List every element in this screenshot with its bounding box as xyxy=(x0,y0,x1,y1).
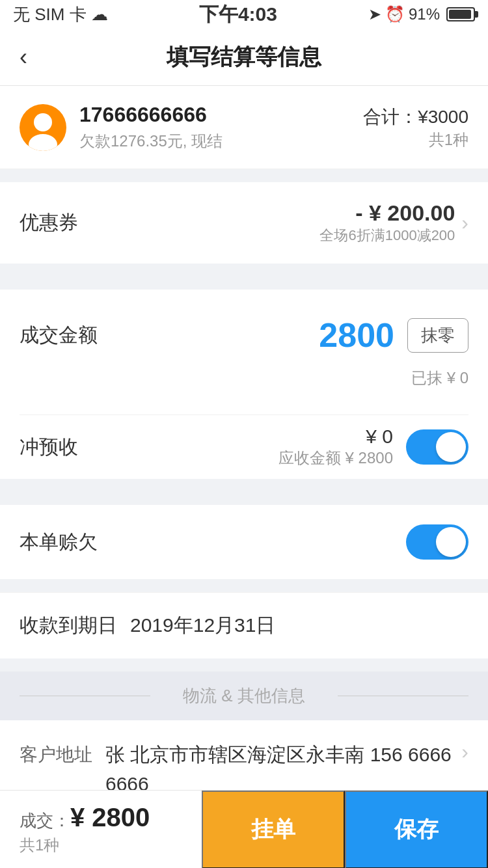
prepay-right: ¥ 0 应收金额 ¥ 2800 xyxy=(278,426,468,468)
customer-info: 17666666666 欠款1276.35元, 现结 xyxy=(79,103,223,152)
total-label-amount: 合计：¥3000 xyxy=(363,105,468,129)
divider-line-left xyxy=(20,696,150,696)
alarm-icon: ⏰ xyxy=(385,5,405,23)
deal-count: 共1种 xyxy=(20,835,182,856)
total-amount: ¥3000 xyxy=(418,107,468,127)
amount-section: 成交金额 2800 抹零 已抹 ¥ 0 xyxy=(0,290,488,401)
total-count: 共1种 xyxy=(363,129,468,150)
amount-value: 2800 xyxy=(319,316,394,355)
save-button[interactable]: 保存 xyxy=(345,791,488,869)
due-date-label: 收款到期日 xyxy=(20,612,117,639)
debt-label: 本单赊欠 xyxy=(20,529,98,556)
battery-percentage: 91% xyxy=(409,5,440,23)
address-chevron-icon: › xyxy=(461,740,468,764)
prepay-row: 冲预收 ¥ 0 应收金额 ¥ 2800 xyxy=(20,414,468,479)
deal-row: 成交：¥ 2800 xyxy=(20,803,182,832)
status-time: 下午4:03 xyxy=(199,1,277,28)
bottom-summary: 成交：¥ 2800 共1种 xyxy=(0,803,202,856)
total-label: 合计： xyxy=(363,107,418,127)
coupon-discount: - ¥ 200.00 xyxy=(319,200,455,226)
nav-bar: ‹ 填写结算等信息 xyxy=(0,29,488,86)
prepay-label: 冲预收 xyxy=(20,434,78,461)
coupon-description: 全场6折满1000减200 xyxy=(319,226,455,245)
prepay-values: ¥ 0 应收金额 ¥ 2800 xyxy=(278,426,393,468)
sim-status: 无 SIM 卡 ☁ xyxy=(13,3,108,26)
svg-point-0 xyxy=(34,113,52,131)
due-date-section: 收款到期日 2019年12月31日 xyxy=(0,592,488,658)
back-button[interactable]: ‹ xyxy=(20,44,59,71)
deal-label: 成交： xyxy=(20,811,70,830)
amount-row: 成交金额 2800 抹零 xyxy=(20,309,468,368)
section-separator-2 xyxy=(0,479,488,492)
svg-point-1 xyxy=(29,134,57,151)
customer-total: 合计：¥3000 共1种 xyxy=(363,105,468,150)
customer-row: 17666666666 欠款1276.35元, 现结 合计：¥3000 共1种 xyxy=(0,86,488,169)
content: 17666666666 欠款1276.35元, 现结 合计：¥3000 共1种 … xyxy=(0,86,488,868)
due-date-value: 2019年12月31日 xyxy=(130,612,275,639)
logistics-divider: 物流 & 其他信息 xyxy=(0,671,488,720)
divider-line-right xyxy=(338,696,468,696)
due-date-row: 收款到期日 2019年12月31日 xyxy=(20,612,468,639)
bottom-bar: 成交：¥ 2800 共1种 挂单 保存 xyxy=(0,790,488,868)
status-bar: 无 SIM 卡 ☁ 下午4:03 ➤ ⏰ 91% xyxy=(0,0,488,29)
debt-section: 本单赊欠 xyxy=(0,505,488,579)
customer-debt: 欠款1276.35元, 现结 xyxy=(79,131,223,152)
prepay-amount: ¥ 0 xyxy=(278,426,393,448)
toggle-knob xyxy=(436,432,466,462)
status-right: ➤ ⏰ 91% xyxy=(368,5,475,23)
round-button[interactable]: 抹零 xyxy=(407,318,468,353)
location-icon: ➤ xyxy=(368,5,381,23)
prepay-section: 冲预收 ¥ 0 应收金额 ¥ 2800 xyxy=(0,401,488,479)
prepay-toggle[interactable] xyxy=(406,429,468,465)
page-title: 填写结算等信息 xyxy=(167,42,321,72)
debt-toggle-knob xyxy=(436,527,466,557)
customer-phone: 17666666666 xyxy=(79,103,223,127)
status-left: 无 SIM 卡 ☁ xyxy=(13,3,108,26)
battery-icon xyxy=(446,7,475,21)
address-label: 客户地址 xyxy=(20,740,92,767)
customer-left: 17666666666 欠款1276.35元, 现结 xyxy=(20,103,223,152)
hold-button[interactable]: 挂单 xyxy=(202,791,345,869)
divider-text: 物流 & 其他信息 xyxy=(183,685,305,707)
section-separator-1 xyxy=(0,277,488,290)
amount-right: 2800 抹零 xyxy=(319,316,468,355)
amount-sub: 已抹 ¥ 0 xyxy=(20,368,468,401)
deal-amount: ¥ 2800 xyxy=(70,803,150,832)
coupon-row[interactable]: 优惠券 - ¥ 200.00 全场6折满1000减200 › xyxy=(0,182,488,264)
avatar xyxy=(20,104,66,151)
coupon-right: - ¥ 200.00 全场6折满1000减200 › xyxy=(319,200,468,245)
prepay-sub: 应收金额 ¥ 2800 xyxy=(278,448,393,468)
amount-label: 成交金额 xyxy=(20,322,98,349)
coupon-chevron-icon: › xyxy=(461,211,468,235)
debt-toggle[interactable] xyxy=(406,524,468,560)
coupon-label: 优惠券 xyxy=(20,210,78,236)
